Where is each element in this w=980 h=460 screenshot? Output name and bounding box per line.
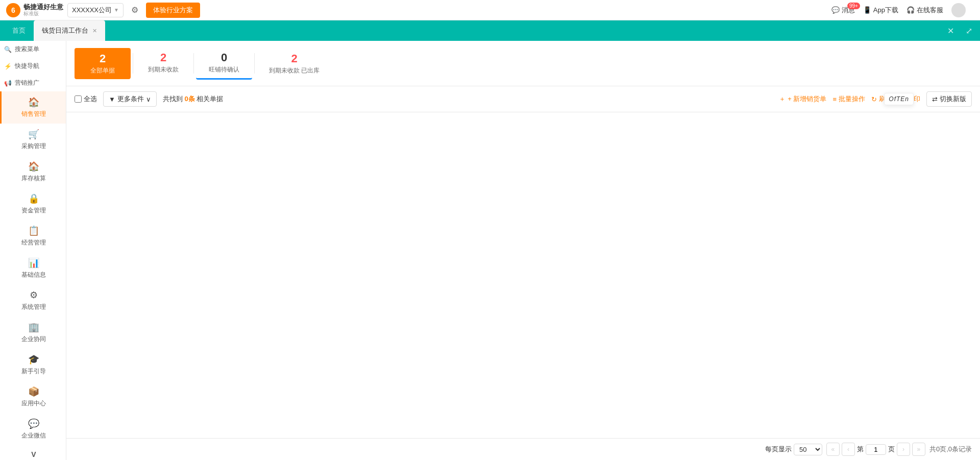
add-sales-order-button[interactable]: ＋ + 新增销货单 — [779, 94, 826, 104]
page-suffix: 页 — [888, 445, 895, 454]
filter-label: 更多条件 — [117, 94, 144, 104]
guide-label: 新手引导 — [21, 367, 46, 376]
logo-icon: 6 — [6, 3, 20, 17]
stat-label-overdue: 到期未收款 — [148, 65, 179, 74]
sidebar-item-stock[interactable]: 🏠 库存核算 — [0, 156, 66, 188]
last-page-button[interactable]: » — [912, 443, 925, 456]
app-title: 畅捷通好生意 — [23, 3, 63, 11]
page-label: 第 — [857, 445, 864, 454]
sidebar-item-system[interactable]: ⚙ 系统管理 — [0, 284, 66, 317]
top-bar: 6 畅捷通好生意 标准版 XXXXXX公司 ▼ ⚙ 体验行业方案 💬 消息 99… — [0, 0, 980, 20]
stock-icon: 🏠 — [28, 161, 39, 172]
stat-divider-2 — [193, 53, 194, 74]
coop-icon: 🏢 — [28, 322, 39, 333]
batch-operation-button[interactable]: ≡ 批量操作 — [832, 94, 865, 104]
top-bar-left: 6 畅捷通好生意 标准版 XXXXXX公司 ▼ ⚙ 体验行业方案 — [6, 3, 200, 18]
manage-icon: 📋 — [28, 225, 39, 236]
sidebar-item-search[interactable]: 🔍 搜索菜单 — [0, 41, 66, 58]
switch-version-button[interactable]: ⇄ 切换新版 — [926, 91, 972, 107]
sidebar-item-wechat[interactable]: 💬 企业微信 — [0, 413, 66, 445]
toolbar: 全选 ▼ 更多条件 ∨ 共找到 0条 相关单据 ＋ + 新增销货单 — [66, 86, 980, 112]
pagination-bar: 每页显示 50 20 100 « ‹ 第 页 › » 共0页,0条记录 — [66, 438, 980, 460]
main-layout: 🔍 搜索菜单 ⚡ 快捷导航 📢 营销推广 🏠 销售管理 🛒 采购管理 🏠 库存核… — [0, 41, 980, 460]
tab-bar-actions: ✕ ⤢ — [943, 23, 976, 38]
page-navigation: « ‹ 第 页 › » — [826, 443, 925, 456]
table-area — [66, 112, 980, 438]
stat-label-all: 全部单据 — [90, 66, 115, 75]
purchase-icon: 🛒 — [28, 129, 39, 140]
quick-nav-label: 快捷导航 — [15, 62, 39, 70]
tab-close-btn[interactable]: ✕ — [943, 23, 958, 38]
page-total-text: 共0页,0条记录 — [929, 445, 972, 454]
search-icon: 🔍 — [4, 46, 12, 53]
first-page-button[interactable]: « — [826, 443, 840, 456]
message-area[interactable]: 💬 消息 99+ — [831, 6, 855, 15]
stat-tab-overdue[interactable]: 2 到期未收款 — [135, 47, 191, 80]
page-number-input[interactable] — [866, 444, 886, 455]
sales-icon: 🏠 — [28, 96, 39, 108]
tab-workbench[interactable]: 钱货日清工作台 ✕ — [34, 20, 105, 41]
finance-icon: 🔒 — [28, 193, 39, 204]
logo-text: 畅捷通好生意 标准版 — [23, 3, 63, 17]
online-service-link[interactable]: 🎧 在线客服 — [906, 6, 943, 15]
user-avatar[interactable] — [951, 3, 966, 17]
stat-tab-overdue2[interactable]: 2 到期未收款 已出库 — [257, 48, 332, 79]
tab-home[interactable]: 首页 — [4, 20, 34, 41]
stat-tab-all[interactable]: 2 全部单据 — [75, 48, 131, 79]
sidebar-item-purchase[interactable]: 🛒 采购管理 — [0, 124, 66, 156]
phone-icon: 📱 — [863, 6, 871, 14]
sidebar-item-quick-nav[interactable]: ⚡ 快捷导航 — [0, 58, 66, 75]
switch-label: 切换新版 — [940, 94, 966, 104]
appcenter-icon: 📦 — [28, 386, 39, 397]
stats-tabs: 2 全部单据 2 到期未收款 0 旺铺待确认 2 到期未收款 已出库 — [66, 41, 980, 86]
tab-expand-btn[interactable]: ⤢ — [962, 23, 976, 38]
add-btn-label: + 新增销货单 — [788, 94, 826, 104]
page-size-select: 每页显示 50 20 100 — [765, 444, 822, 455]
tab-workbench-label: 钱货日清工作台 — [42, 26, 88, 35]
select-all-checkbox[interactable] — [75, 95, 82, 103]
select-all-text: 全选 — [84, 94, 97, 104]
select-all-label[interactable]: 全选 — [75, 94, 97, 104]
wechat-icon: 💬 — [28, 418, 39, 429]
filter-button[interactable]: ▼ 更多条件 ∨ — [103, 91, 157, 107]
sidebar-item-sales[interactable]: 🏠 销售管理 — [0, 91, 66, 124]
system-label: 系统管理 — [21, 303, 46, 311]
company-selector[interactable]: XXXXXX公司 ▼ — [67, 3, 124, 17]
stat-tab-pending[interactable]: 0 旺铺待确认 — [196, 47, 252, 80]
appcenter-label: 应用中心 — [21, 399, 46, 408]
settings-icon[interactable]: ⚙ — [128, 3, 142, 17]
sidebar-item-appcenter[interactable]: 📦 应用中心 — [0, 381, 66, 413]
sidebar-item-marketing[interactable]: 📢 营销推广 — [0, 75, 66, 91]
sidebar-item-coop[interactable]: 🏢 企业协同 — [0, 317, 66, 349]
plus-icon: ＋ — [779, 94, 786, 104]
purchase-label: 采购管理 — [21, 142, 46, 151]
wechat-label: 企业微信 — [21, 431, 46, 440]
page-size-dropdown[interactable]: 50 20 100 — [794, 444, 822, 455]
tab-close-icon[interactable]: ✕ — [92, 28, 97, 34]
sidebar-item-manage[interactable]: 📋 经营管理 — [0, 220, 66, 252]
quick-nav-icon: ⚡ — [4, 63, 12, 70]
app-download-link[interactable]: 📱 App下载 — [863, 6, 898, 15]
sidebar-item-basic[interactable]: 📊 基础信息 — [0, 252, 66, 284]
result-prefix: 共找到 — [163, 95, 183, 103]
coop-label: 企业协同 — [21, 335, 46, 344]
sidebar-item-finance[interactable]: 🔒 资金管理 — [0, 188, 66, 220]
finance-label: 资金管理 — [21, 206, 46, 215]
top-bar-right: 💬 消息 99+ 📱 App下载 🎧 在线客服 — [831, 3, 974, 17]
marketing-label: 营销推广 — [15, 79, 39, 87]
chevron-down-icon: ▼ — [114, 7, 119, 13]
sidebar-item-member[interactable]: V 畅会员 — [0, 445, 66, 460]
stat-divider-3 — [254, 53, 255, 74]
next-page-button[interactable]: › — [897, 443, 910, 456]
basic-label: 基础信息 — [21, 271, 46, 279]
trial-button[interactable]: 体验行业方案 — [146, 3, 200, 18]
sidebar: 🔍 搜索菜单 ⚡ 快捷导航 📢 营销推广 🏠 销售管理 🛒 采购管理 🏠 库存核… — [0, 41, 66, 460]
content-area: 2 全部单据 2 到期未收款 0 旺铺待确认 2 到期未收款 已出库 — [66, 41, 980, 460]
prev-page-button[interactable]: ‹ — [842, 443, 855, 456]
tab-bar: 首页 钱货日清工作台 ✕ ✕ ⤢ — [0, 20, 980, 41]
headset-icon: 🎧 — [906, 6, 915, 14]
stat-label-pending: 旺铺待确认 — [209, 65, 239, 74]
sidebar-item-guide[interactable]: 🎓 新手引导 — [0, 349, 66, 381]
stat-count-overdue: 2 — [160, 51, 166, 64]
guide-icon: 🎓 — [28, 354, 39, 365]
